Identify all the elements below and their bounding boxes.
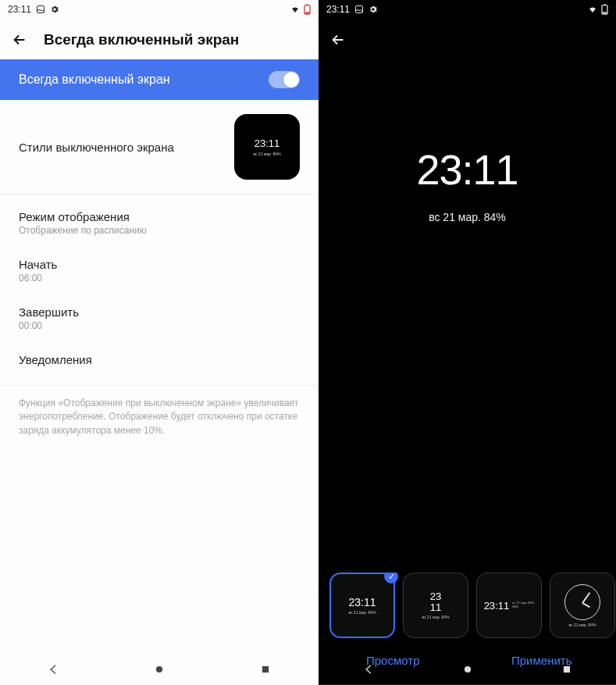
svg-rect-11 [563, 666, 569, 673]
back-button[interactable] [11, 31, 28, 48]
display-mode-row[interactable]: Режим отображения Отображение по расписа… [0, 199, 319, 247]
row-sub: 00:00 [19, 320, 300, 331]
row-sub: Отображение по расписанию [19, 225, 300, 236]
aod-style-thumbnail: 23:11 вс 21 мар. 84% [234, 114, 300, 180]
svg-rect-6 [356, 6, 363, 13]
nav-home-icon[interactable] [152, 662, 166, 676]
thumb-time: 23:11 [255, 137, 280, 149]
thumb-subtext: вс 21 мар. 84% [253, 152, 280, 156]
svg-rect-8 [604, 4, 606, 5]
row-title: Завершить [19, 305, 300, 319]
style-hour: 23 [430, 591, 441, 602]
page-title: Всегда включенный экран [44, 31, 239, 48]
preview-time: 23:11 [416, 145, 518, 194]
style-sub: вс 21 мар. 84% [348, 610, 376, 615]
status-bar: 23:11 [319, 0, 616, 19]
svg-rect-2 [306, 4, 308, 5]
wifi-icon [587, 5, 598, 14]
row-title: Уведомления [19, 353, 300, 366]
aod-styles-label: Стили выключенного экрана [19, 141, 174, 154]
analog-clock-icon [564, 584, 600, 620]
style-strip[interactable]: ✓ 23:11 вс 21 мар. 84% 23 11 вс 21 мар. … [319, 573, 616, 638]
aod-styles-row[interactable]: Стили выключенного экрана 23:11 вс 21 ма… [0, 100, 319, 194]
row-title: Режим отображения [19, 210, 300, 223]
svg-point-4 [156, 666, 162, 673]
gear-icon [50, 5, 59, 14]
svg-point-10 [464, 666, 470, 673]
aod-styles-screen: 23:11 23:11 вс 21 мар. 84% ✓ 2 [319, 0, 616, 685]
settings-screen: 23:11 Всегда включенный экран Всегда вкл… [0, 0, 319, 685]
toggle-label: Всегда включенный экран [19, 73, 170, 87]
schedule-group: Режим отображения Отображение по расписа… [0, 194, 319, 385]
svg-rect-0 [37, 6, 45, 13]
row-sub: 06:00 [19, 273, 300, 284]
gear-icon [369, 5, 378, 14]
style-sub: вс 21 мар. 84% [568, 623, 596, 627]
nav-recent-icon[interactable] [560, 662, 574, 676]
style-time: 23:11 [348, 596, 376, 608]
start-time-row[interactable]: Начать 06:00 [0, 247, 319, 294]
style-option-digital[interactable]: ✓ 23:11 вс 21 мар. 84% [329, 573, 395, 638]
app-header [319, 19, 616, 59]
end-time-row[interactable]: Завершить 00:00 [0, 294, 319, 342]
nav-home-icon[interactable] [461, 662, 475, 676]
preview-subtext: вс 21 мар. 84% [429, 211, 506, 223]
status-bar: 23:11 [0, 0, 319, 19]
style-sub2: 84% [512, 605, 534, 609]
battery-icon [304, 4, 311, 15]
image-icon [354, 5, 364, 14]
svg-rect-5 [262, 666, 269, 673]
nav-back-icon[interactable] [361, 662, 376, 676]
footnote-text: Функция «Отображение при выключенном экр… [0, 386, 319, 448]
nav-bar [319, 654, 616, 685]
notifications-row[interactable]: Уведомления [0, 342, 319, 380]
style-option-stacked[interactable]: 23 11 вс 21 мар. 84% [403, 573, 468, 638]
svg-rect-9 [603, 12, 607, 14]
status-time: 23:11 [8, 4, 31, 15]
status-time: 23:11 [326, 4, 350, 15]
image-icon [36, 5, 45, 14]
style-option-horizontal[interactable]: 23:11 вс 21 мар. 84% 84% [476, 573, 542, 638]
check-icon: ✓ [384, 573, 398, 583]
battery-icon [601, 4, 608, 15]
svg-rect-3 [305, 12, 309, 14]
aod-preview: 23:11 вс 21 мар. 84% [319, 59, 616, 573]
back-button[interactable] [329, 31, 347, 48]
nav-back-icon[interactable] [46, 662, 60, 676]
always-on-toggle-row[interactable]: Всегда включенный экран [0, 59, 319, 100]
nav-recent-icon[interactable] [258, 662, 272, 676]
style-time: 23:11 [484, 600, 510, 612]
row-title: Начать [19, 258, 300, 271]
wifi-icon [290, 5, 301, 14]
nav-bar [0, 654, 319, 685]
app-header: Всегда включенный экран [0, 19, 319, 59]
style-minute: 11 [430, 602, 441, 613]
toggle-switch[interactable] [269, 71, 300, 88]
style-option-analog[interactable]: вс 21 мар. 84% [550, 573, 615, 638]
style-sub: вс 21 мар. 84% [422, 615, 449, 619]
